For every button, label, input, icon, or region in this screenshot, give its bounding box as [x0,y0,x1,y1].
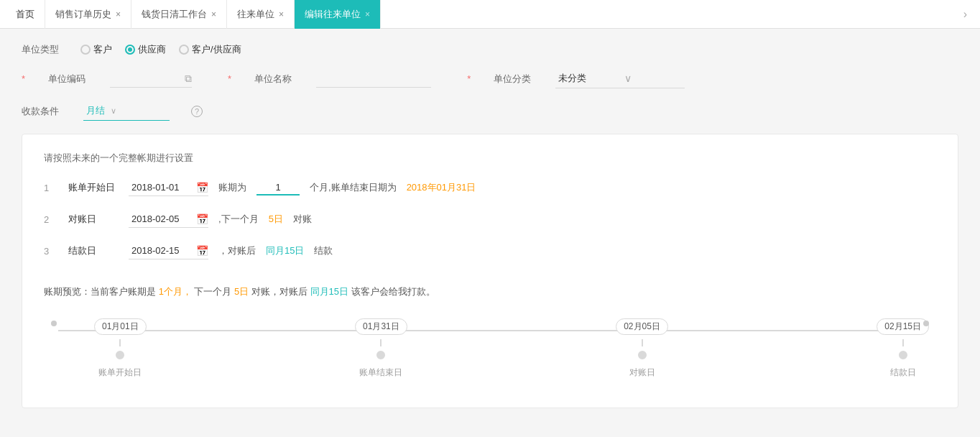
timeline-node-3: 02月05日 对账日 [616,318,668,379]
step-num-2: 2 [44,214,58,225]
unit-type-label: 单位类型 [22,43,59,56]
start-date-input[interactable] [129,179,193,196]
node-desc-2: 账单结束日 [359,367,402,379]
payment-row: 收款条件 月结 ∨ ? [22,101,958,121]
radio-customer-circle [80,45,91,55]
tab-expand-icon[interactable]: › [956,8,974,21]
step-label-1: 账单开始日 [68,181,119,194]
settlement-prefix: ，对账后 [218,244,256,257]
unit-classify-select[interactable]: 未分类 ∨ [555,69,685,88]
unit-type-radio-group: 客户 供应商 客户/供应商 [80,43,241,56]
period-value-input[interactable] [256,180,300,196]
node-stem-2 [380,339,382,346]
payment-select[interactable]: 月结 ∨ [83,101,170,121]
unit-code-field: 000001 ⧉ [110,70,192,88]
node-circle-3 [638,351,647,359]
tab-cash-label: 钱货日清工作台 [142,8,207,21]
timeline-nodes: 01月01日 账单开始日 01月31日 账单结束日 02月05日 对账日 [51,318,929,379]
tab-sales-label: 销售订单历史 [55,8,111,21]
tab-home-label: 首页 [16,8,34,21]
radio-both-circle [179,45,189,55]
node-label-1: 01月01日 [94,318,147,335]
start-date-field: 📅 [129,179,208,196]
preview-highlight2: 同月15日 [310,286,348,297]
unit-name-field: 河南供应商22 [316,70,431,88]
setting-title: 请按照未来的一个完整帐期进行设置 [44,152,936,165]
preview-mid2: 对账，对账后 [251,286,308,297]
node-circle-2 [376,351,385,359]
preview-text: 账期预览：当前客户账期是 1个月， 下一个月 5日 对账，对账后 同月15日 该… [44,274,936,304]
payment-label: 收款条件 [22,105,59,118]
timeline-node-4: 02月15日 结款日 [877,318,929,379]
settlement-suffix: 结款 [314,244,333,257]
tab-cash-close-icon[interactable]: × [211,9,216,19]
node-circle-4 [899,351,907,359]
unit-classify-value: 未分类 [555,69,619,88]
unit-info-row: * 单位编码 000001 ⧉ * 单位名称 河南供应商22 * 单位分类 未分… [22,69,958,88]
reconcile-prefix: ,下一个月 [218,213,259,226]
unit-name-label: 单位名称 [254,73,292,86]
unit-type-row: 单位类型 客户 供应商 客户/供应商 [22,43,958,56]
settlement-date-input[interactable] [129,242,193,259]
unit-code-label: 单位编码 [48,73,85,86]
unit-name-input[interactable]: 河南供应商22 [316,70,431,87]
unit-classify-label: 单位分类 [494,73,531,86]
classify-required-star: * [467,73,471,84]
name-required-star: * [228,73,231,84]
setting-row-3: 3 结款日 📅 ，对账后 同月15日 结款 [44,242,936,259]
node-desc-3: 对账日 [629,367,655,379]
tab-edit-partner[interactable]: 编辑往来单位 × [295,0,381,29]
timeline-node-1: 01月01日 账单开始日 [94,318,147,379]
tab-edit-label: 编辑往来单位 [305,8,361,21]
node-stem-3 [642,339,643,346]
radio-supplier-circle [125,45,135,55]
radio-supplier[interactable]: 供应商 [125,43,166,56]
reconcile-date-field: 📅 [129,211,208,228]
start-date-calendar-icon[interactable]: 📅 [196,182,208,193]
radio-customer-label: 客户 [93,43,112,56]
node-label-2: 01月31日 [355,318,407,335]
node-label-4: 02月15日 [877,318,929,335]
node-stem-1 [119,339,121,346]
step-num-3: 3 [44,246,58,257]
tab-cash-goods[interactable]: 钱货日清工作台 × [131,0,227,29]
help-icon[interactable]: ? [191,106,203,117]
step-label-3: 结款日 [68,244,119,257]
reconcile-date-input[interactable] [129,211,193,227]
radio-both-label: 客户/供应商 [192,43,241,56]
copy-icon[interactable]: ⧉ [185,73,192,85]
preview-suffix: 该客户会给我打款。 [351,286,435,297]
node-desc-1: 账单开始日 [98,367,142,379]
timeline-node-2: 01月31日 账单结束日 [355,318,407,379]
payment-value: 月结 [83,101,108,120]
settlement-date-field: 📅 [129,242,208,259]
preview-highlight1: 5日 [234,286,249,297]
tab-home[interactable]: 首页 [6,0,45,29]
period-for-label: 账期为 [218,181,246,194]
code-required-star: * [22,73,25,84]
node-label-3: 02月05日 [616,318,668,335]
tab-edit-close-icon[interactable]: × [365,9,370,19]
node-stem-4 [902,339,904,346]
preview-period: 1个月， [159,286,192,297]
period-suffix: 个月,账单结束日期为 [310,181,397,194]
radio-supplier-label: 供应商 [138,43,166,56]
tab-partner-units[interactable]: 往来单位 × [227,0,295,29]
tab-partner-label: 往来单位 [237,8,274,21]
tab-sales-close-icon[interactable]: × [116,9,121,19]
settlement-calendar-icon[interactable]: 📅 [196,245,208,257]
step-label-2: 对账日 [68,213,119,226]
tab-sales-order-history[interactable]: 销售订单历史 × [45,0,131,29]
unit-code-input[interactable]: 000001 [110,70,182,87]
step-num-1: 1 [44,183,58,193]
tab-partner-close-icon[interactable]: × [279,9,284,19]
settlement-day: 同月15日 [266,244,304,257]
setting-row-1: 1 账单开始日 📅 账期为 个月,账单结束日期为 2018年01月31日 [44,179,936,196]
preview-prefix: 账期预览：当前客户账期是 [44,286,156,297]
radio-customer[interactable]: 客户 [80,43,112,56]
node-desc-4: 结款日 [890,367,916,379]
radio-both[interactable]: 客户/供应商 [179,43,241,56]
reconcile-calendar-icon[interactable]: 📅 [196,213,208,225]
setting-row-2: 2 对账日 📅 ,下一个月 5日 对账 [44,211,936,228]
timeline-section: 01月01日 账单开始日 01月31日 账单结束日 02月05日 对账日 [44,304,936,390]
